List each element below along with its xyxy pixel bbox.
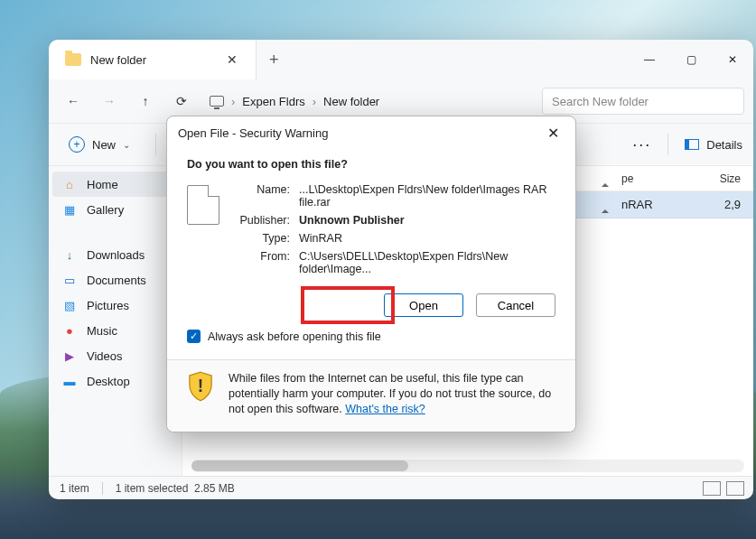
breadcrumb-item[interactable]: Expen Fldrs — [242, 95, 304, 108]
titlebar: New folder ✕ + — ▢ ✕ — [49, 40, 753, 79]
download-icon: ↓ — [61, 247, 78, 262]
security-warning-dialog: Open File - Security Warning ✕ Do you wa… — [166, 116, 576, 432]
divider — [102, 482, 103, 495]
always-ask-checkbox[interactable]: ✓ Always ask before opening this file — [187, 330, 555, 343]
open-button[interactable]: Open — [384, 293, 463, 317]
sidebar-item-documents[interactable]: ▭ Documents — [49, 267, 182, 293]
sidebar-item-label: Pictures — [87, 299, 129, 312]
type-label: Type: — [232, 232, 290, 245]
maximize-button[interactable]: ▢ — [670, 40, 712, 79]
from-value: C:\Users\DELL\Desktop\Expen Fldrs\New fo… — [299, 250, 555, 275]
new-button[interactable]: + New ⌄ — [60, 133, 139, 156]
close-window-button[interactable]: ✕ — [712, 40, 753, 79]
sidebar-item-downloads[interactable]: ↓ Downloads — [49, 242, 182, 267]
column-header-size[interactable]: Size — [688, 172, 753, 185]
breadcrumb[interactable]: › Expen Fldrs › New folder — [202, 95, 537, 108]
dialog-close-button[interactable]: ✕ — [542, 123, 565, 144]
plus-icon: + — [69, 136, 85, 153]
chevron-right-icon: › — [231, 95, 235, 108]
breadcrumb-item[interactable]: New folder — [323, 95, 379, 108]
sidebar-item-pictures[interactable]: ▧ Pictures — [49, 293, 182, 318]
tab-title: New folder — [90, 53, 212, 67]
pictures-icon: ▧ — [61, 298, 78, 312]
dialog-title: Open File - Security Warning — [178, 126, 328, 140]
tab-close-button[interactable]: ✕ — [221, 51, 243, 69]
chevron-right-icon: › — [313, 95, 316, 108]
sidebar-item-label: Gallery — [87, 203, 124, 217]
grid-view-icon[interactable] — [726, 481, 744, 496]
details-view-button[interactable]: Details — [685, 138, 742, 152]
column-header-type[interactable]: pe — [621, 172, 688, 185]
documents-icon: ▭ — [61, 273, 78, 287]
new-label: New — [92, 138, 116, 152]
sidebar-item-label: Documents — [87, 274, 146, 287]
desktop-icon: ▬ — [61, 374, 78, 388]
svg-text:!: ! — [198, 376, 203, 395]
file-size: 2,9 — [688, 198, 753, 211]
tab-new-folder[interactable]: New folder ✕ — [49, 40, 257, 79]
checkbox-checked-icon: ✓ — [187, 330, 201, 343]
back-button[interactable]: ← — [58, 86, 89, 116]
dialog-titlebar: Open File - Security Warning ✕ — [167, 116, 575, 149]
publisher-label: Publisher: — [232, 214, 290, 227]
window-controls: — ▢ ✕ — [629, 40, 753, 79]
whats-the-risk-link[interactable]: What's the risk? — [345, 403, 425, 415]
cancel-button[interactable]: Cancel — [476, 293, 555, 317]
sidebar-item-videos[interactable]: ▶ Videos — [49, 343, 182, 368]
sidebar-item-gallery[interactable]: ▦ Gallery — [49, 197, 182, 222]
sidebar: ⌂ Home ▦ Gallery ↓ Downloads ▭ Documents… — [49, 166, 182, 476]
refresh-button[interactable]: ⟳ — [166, 86, 197, 116]
file-icon — [187, 185, 219, 225]
sidebar-item-label: Downloads — [87, 248, 145, 262]
highlight-annotation — [301, 286, 395, 324]
forward-button[interactable]: → — [94, 86, 125, 116]
details-label: Details — [706, 138, 742, 152]
from-label: From: — [232, 250, 290, 275]
up-button[interactable]: ↑ — [130, 86, 161, 116]
more-button[interactable]: ··· — [632, 135, 651, 154]
new-tab-button[interactable]: + — [257, 51, 292, 70]
status-selected: 1 item selected 2.85 MB — [116, 482, 235, 495]
name-label: Name: — [232, 183, 290, 209]
music-icon: ● — [61, 323, 78, 338]
name-value: ...L\Desktop\Expen Fldrs\New folder\Imag… — [299, 183, 555, 209]
sidebar-item-label: Desktop — [87, 375, 130, 388]
home-icon: ⌂ — [61, 177, 78, 191]
sidebar-item-label: Videos — [87, 349, 123, 363]
list-view-icon[interactable] — [703, 481, 721, 496]
sidebar-item-music[interactable]: ● Music — [49, 318, 182, 343]
shield-warning-icon: ! — [187, 371, 214, 402]
dialog-question: Do you want to open this file? — [187, 158, 555, 171]
divider — [155, 134, 156, 155]
folder-icon — [65, 53, 81, 66]
status-bar: 1 item 1 item selected 2.85 MB — [49, 476, 753, 499]
sidebar-item-desktop[interactable]: ▬ Desktop — [49, 368, 182, 394]
sidebar-item-label: Music — [87, 324, 117, 338]
search-input[interactable]: Search New folder — [542, 88, 744, 115]
details-icon — [685, 139, 699, 150]
this-pc-icon — [210, 96, 224, 107]
chevron-down-icon: ⌄ — [123, 140, 130, 150]
videos-icon: ▶ — [61, 348, 78, 363]
gallery-icon: ▦ — [61, 202, 78, 217]
publisher-value: Unknown Publisher — [299, 214, 555, 227]
file-type: nRAR — [621, 198, 688, 211]
sidebar-item-home[interactable]: ⌂ Home — [52, 172, 178, 197]
horizontal-scrollbar[interactable] — [191, 460, 744, 472]
warning-text: While files from the Internet can be use… — [229, 371, 555, 417]
always-ask-label: Always ask before opening this file — [208, 330, 381, 343]
divider — [667, 134, 668, 155]
sidebar-item-label: Home — [87, 178, 118, 191]
status-item-count: 1 item — [60, 482, 89, 495]
scrollbar-thumb[interactable] — [191, 460, 408, 471]
minimize-button[interactable]: — — [629, 40, 670, 79]
type-value: WinRAR — [299, 232, 555, 245]
